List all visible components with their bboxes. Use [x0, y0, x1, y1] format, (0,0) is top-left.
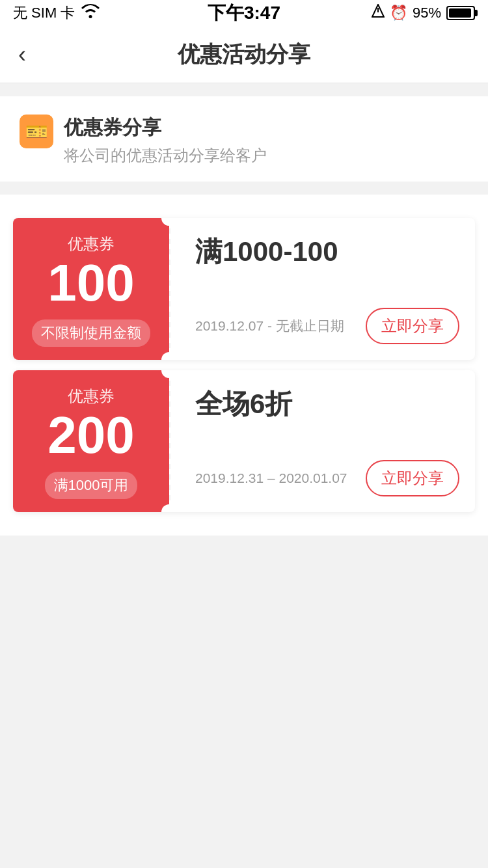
coupon-amount-2: 200 [47, 409, 134, 461]
section-text: 优惠券分享 将公司的优惠活动分享给客户 [64, 115, 267, 166]
battery-percent: 95% [413, 5, 441, 21]
coupon-condition-1: 不限制使用金额 [32, 319, 150, 347]
section-header: 🎫 优惠券分享 将公司的优惠活动分享给客户 [0, 96, 488, 182]
coupon-item: 优惠券 100 不限制使用金额 满1000-100 2019.12.07 - 无… [13, 218, 475, 360]
wifi-icon [81, 4, 100, 22]
coupon-condition-2: 满1000可用 [45, 472, 138, 499]
section-subtitle: 将公司的优惠活动分享给客户 [64, 145, 267, 166]
coupon-title-2: 全场6折 [195, 386, 459, 422]
section-icon: 🎫 [20, 115, 53, 148]
nav-bar: ‹ 优惠活动分享 [0, 26, 488, 83]
battery-fill [449, 8, 471, 18]
empty-area [0, 536, 488, 868]
coupon-left-2: 优惠券 200 满1000可用 [13, 370, 169, 512]
share-button-2[interactable]: 立即分享 [366, 460, 459, 496]
coupon-icon-emoji: 🎫 [25, 121, 48, 142]
share-button-1[interactable]: 立即分享 [366, 308, 459, 344]
coupon-list: 优惠券 100 不限制使用金额 满1000-100 2019.12.07 - 无… [0, 195, 488, 536]
coupon-date-2: 2019.12.31 – 2020.01.07 [195, 470, 359, 486]
location-icon [372, 4, 385, 22]
coupon-divider-1 [169, 218, 170, 360]
status-right: ⏰ 95% [372, 4, 475, 22]
coupon-left-1: 优惠券 100 不限制使用金额 [13, 218, 169, 360]
coupon-label-2: 优惠券 [68, 386, 115, 407]
coupon-bottom-2: 2019.12.31 – 2020.01.07 立即分享 [195, 460, 459, 496]
carrier-text: 无 SIM 卡 [13, 3, 75, 23]
coupon-label-1: 优惠券 [68, 234, 115, 254]
status-left: 无 SIM 卡 [13, 3, 100, 23]
back-button[interactable]: ‹ [18, 41, 26, 68]
coupon-title-1: 满1000-100 [195, 234, 459, 270]
coupon-right-1: 满1000-100 2019.12.07 - 无截止日期 立即分享 [169, 218, 475, 360]
alarm-icon: ⏰ [390, 5, 407, 21]
status-bar: 无 SIM 卡 下午3:47 ⏰ 95% [0, 0, 488, 26]
coupon-amount-1: 100 [47, 257, 134, 309]
page-title: 优惠活动分享 [178, 40, 310, 70]
coupon-divider-2 [169, 370, 170, 512]
coupon-bottom-1: 2019.12.07 - 无截止日期 立即分享 [195, 308, 459, 344]
section-title: 优惠券分享 [64, 115, 267, 141]
coupon-right-2: 全场6折 2019.12.31 – 2020.01.07 立即分享 [169, 370, 475, 512]
coupon-item-2: 优惠券 200 满1000可用 全场6折 2019.12.31 – 2020.0… [13, 370, 475, 512]
battery-icon [446, 6, 475, 20]
status-time: 下午3:47 [208, 1, 280, 25]
coupon-date-1: 2019.12.07 - 无截止日期 [195, 317, 359, 335]
